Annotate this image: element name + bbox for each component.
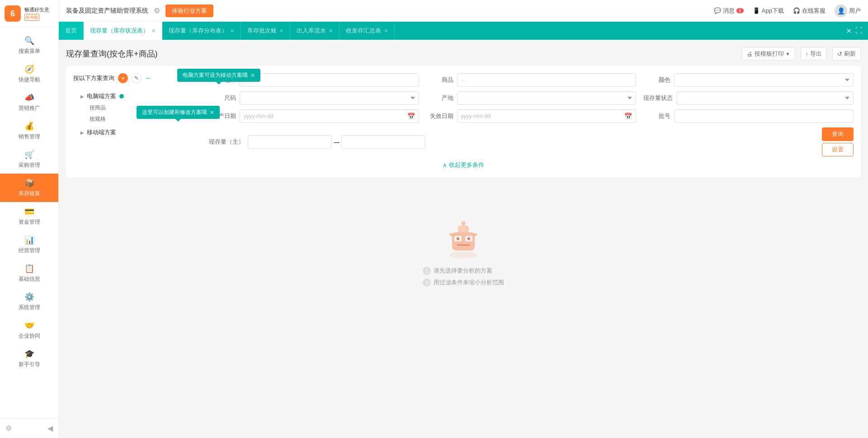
tree-item-spec-label: 按规格 [90,115,106,123]
sidebar-item-operation[interactable]: 📊 经营管理 [0,231,58,259]
tab-home-label: 首页 [65,27,77,35]
production-date-placeholder: yyyy-mm-dd [244,113,273,119]
sidebar-item-enterprise-label: 企业协同 [19,332,40,340]
system-icon: ⚙️ [24,292,34,302]
scheme-edit-btn[interactable]: ✎ [132,73,142,83]
goods-row: 商品 ··· [426,73,637,87]
export-btn[interactable]: ↑ 导出 [801,47,827,61]
tab-home[interactable]: 首页 [59,22,84,40]
sidebar-item-inventory[interactable]: 📦 库存核算 [0,174,58,202]
sidebar-item-purchase-label: 采购管理 [19,161,40,169]
color-select[interactable] [674,73,854,87]
app-download-action[interactable]: 📱 App下载 [753,7,784,15]
tab-batch-account-close[interactable]: ✕ [279,28,283,34]
sidebar-item-finance[interactable]: 💳 资金管理 [0,202,58,231]
tab-receive-summary-close[interactable]: ✕ [384,28,388,34]
tooltip-2-close[interactable]: ✕ [210,109,214,116]
empty-text: 1 请先选择要分析的方案 2 用过滤条件来缩小分析范围 [423,267,504,290]
color-row: 颜色 [643,73,854,87]
message-action[interactable]: 💬 消息 6 [714,7,744,15]
online-service-action[interactable]: 🎧 在线客服 [793,7,826,15]
page-content: 现存量查询(按仓库+商品) 🖨 按模板打印 ▼ ↑ 导出 ↺ 刷新 [59,40,868,438]
origin-label: 产地 [426,94,453,102]
export-label: 导出 [810,50,822,58]
basic-icon: 📋 [24,264,34,273]
scheme-desktop-label: 电脑端方案 [87,92,116,100]
user-label: 用户 [849,7,861,15]
sidebar-item-inventory-label: 库存核算 [19,190,40,198]
template-print-btn[interactable]: 🖨 按模板打印 ▼ [742,47,795,61]
sidebar-item-guide[interactable]: 🎓 新手引导 [0,344,58,373]
sidebar-item-quick[interactable]: 🧭 快捷导航 [0,60,58,88]
tab-inventory-status-close[interactable]: ✕ [151,28,156,34]
tree-arrow-mobile: ▶ [80,130,84,135]
search-btn[interactable]: 查询 [822,127,854,141]
scheme-tooltip-1: 电脑方案可设为移动方案哦 ✕ [177,69,260,82]
tab-in-out-flow-close[interactable]: ✕ [329,28,333,34]
svg-rect-8 [473,233,477,236]
tab-batch-account[interactable]: 库存批次账 ✕ [241,22,290,40]
sidebar-item-quick-label: 快捷导航 [19,76,40,84]
message-badge: 6 [736,8,744,13]
stock-status-label: 现存量状态 [643,94,673,102]
tab-receive-summary-label: 收发存汇总表 [346,27,381,35]
chevron-down-icon: ▼ [786,52,790,57]
tab-expand-icon[interactable]: ⛶ [855,27,863,35]
logo-title: 畅通好生意 [24,6,49,13]
calendar-icon-from[interactable]: 📅 [407,113,415,120]
reset-btn[interactable]: 设置 [822,143,854,156]
main-area: 装备及固定资产辅助管理系统 ⚙ 体验行业方案 💬 消息 6 📱 App下载 🎧 … [59,0,868,438]
online-service-label: 在线客服 [802,7,826,15]
tab-inventory-dist-close[interactable]: ✕ [230,28,234,34]
sidebar-item-enterprise[interactable]: 🤝 企业协同 [0,316,58,344]
sidebar-item-system[interactable]: ⚙️ 系统管理 [0,287,58,316]
batch-input[interactable] [674,109,854,123]
origin-select[interactable] [457,91,637,105]
svg-rect-9 [458,226,469,234]
production-date-from[interactable]: yyyy-mm-dd 📅 [240,109,419,123]
tab-receive-summary[interactable]: 收发存汇总表 ✕ [340,22,395,40]
tooltip-1-close[interactable]: ✕ [250,72,255,79]
hint2-num: 2 [423,278,431,287]
sidebar-item-purchase[interactable]: 🛒 采购管理 [0,145,58,174]
stock-main-from[interactable] [248,135,332,149]
chevron-up-icon: ∧ [443,162,447,169]
tab-inventory-status[interactable]: 现存量（库存状况表） ✕ [84,22,162,40]
stock-status-select[interactable] [676,91,854,105]
tab-in-out-flow[interactable]: 出入库流水 ✕ [290,22,340,40]
stock-main-to[interactable] [341,135,425,149]
collapse-footer-btn[interactable]: ◀ [47,424,53,433]
scheme-desktop[interactable]: ▶ 电脑端方案 [77,90,200,102]
svg-rect-7 [450,233,453,236]
scheme-arrow-left[interactable]: ← [145,74,152,82]
sidebar-item-operation-label: 经营管理 [19,247,40,254]
svg-point-5 [467,237,470,240]
expiry-date-range: yyyy-mm-dd 📅 [457,109,637,123]
sidebar-item-marketing[interactable]: 📣 营销推广 [0,88,58,117]
scheme-mobile[interactable]: ▶ 移动端方案 [77,127,200,138]
enterprise-icon: 🤝 [24,320,34,330]
industry-btn[interactable]: 体验行业方案 [165,5,213,17]
calendar-icon-expiry[interactable]: 📅 [624,113,632,120]
sidebar-item-marketing-label: 营销推广 [19,104,40,112]
tab-inventory-dist[interactable]: 现存量（库存分布表） ✕ [162,22,241,40]
goods-input[interactable]: ··· [457,73,637,87]
sidebar-item-basic[interactable]: 📋 基础信息 [0,259,58,287]
settings-footer-btn[interactable]: ⚙ [5,424,12,433]
logo-badge: 标准版 [24,14,39,21]
tab-close-all-icon[interactable]: ✕ [846,27,852,35]
tab-batch-account-label: 库存批次账 [247,27,277,35]
scheme-tree: ▶ 电脑端方案 这里可以创建和修改方案哦 ✕ 按商品 [73,89,200,140]
user-action[interactable]: 👤 用户 [835,5,861,17]
scheme-add-btn[interactable]: + [118,73,128,83]
settings-gear-icon[interactable]: ⚙ [154,6,160,15]
sidebar-item-system-label: 系统管理 [19,304,40,311]
size-select[interactable] [240,91,419,105]
warehouse-input[interactable]: ··· [240,73,419,87]
refresh-btn[interactable]: ↺ 刷新 [832,47,861,61]
expiry-date-from[interactable]: yyyy-mm-dd 📅 [457,109,637,123]
svg-point-4 [457,237,459,240]
sidebar-item-sales[interactable]: 💰 销售管理 [0,117,58,145]
sidebar-item-search[interactable]: 🔍 搜索菜单 [0,31,58,60]
more-conditions-bar[interactable]: ∧ 收起更多条件 [73,156,854,170]
